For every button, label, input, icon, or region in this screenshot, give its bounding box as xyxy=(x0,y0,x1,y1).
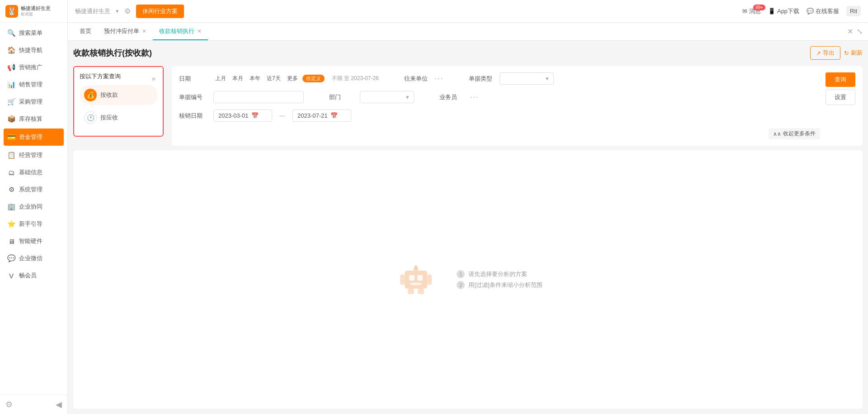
page-title: 收款核销执行(按收款) xyxy=(73,48,152,58)
writeoff-end-date[interactable]: 2023-07-21 📅 xyxy=(292,109,351,122)
page-content: 收款核销执行(按收款) ↗ 导出 ↻ 刷新 按以下方 xyxy=(68,41,868,414)
bill-type-arrow: ▾ xyxy=(546,75,549,82)
svg-rect-6 xyxy=(400,274,405,285)
export-icon: ↗ xyxy=(816,50,821,57)
bill-no-input[interactable] xyxy=(213,91,304,103)
topbar-dropdown-icon[interactable]: ▾ xyxy=(116,8,119,14)
sidebar-item-marketing[interactable]: 📢营销推广 xyxy=(0,59,67,76)
tab-expand-button[interactable]: ⤡ xyxy=(857,27,863,36)
tip-text-2: 用[过滤]条件来缩小分析范围 xyxy=(468,281,542,289)
bill-no-label: 单据编号 xyxy=(179,93,206,101)
sidebar-item-wechat[interactable]: 💬企业微信 xyxy=(0,250,67,267)
sidebar-label-wechat: 企业微信 xyxy=(19,254,42,262)
writeoff-start-value: 2023-03-01 xyxy=(218,112,249,119)
svg-rect-3 xyxy=(410,283,421,285)
staff-label: 业务员 xyxy=(439,93,467,101)
shortcut-7days[interactable]: 近7天 xyxy=(265,74,283,83)
app-icon: 📱 xyxy=(768,8,775,14)
sidebar-item-search[interactable]: 🔍搜索菜单 xyxy=(0,24,67,42)
page-header: 收款核销执行(按收款) ↗ 导出 ↻ 刷新 xyxy=(73,46,863,60)
tab-close-all-button[interactable]: ✕ xyxy=(847,27,853,36)
sidebar-label-sales: 销售管理 xyxy=(19,81,42,89)
tab-bar: 首页预付冲应付单✕收款核销执行✕ ✕ ⤡ xyxy=(68,23,868,41)
sidebar-settings-icon[interactable]: ⚙ xyxy=(5,400,13,409)
member-icon: V xyxy=(7,272,15,280)
date-shortcut-group: 上月 本月 本年 近7天 更多 自定义 xyxy=(213,74,325,83)
sidebar-label-member: 畅会员 xyxy=(19,271,37,280)
bill-type-label: 单据类型 xyxy=(469,75,496,83)
sidebar-item-hardware[interactable]: 🖥智能硬件 xyxy=(0,233,67,250)
receivable-label: 按应收 xyxy=(100,114,118,122)
svg-rect-7 xyxy=(427,274,432,285)
main-area: 畅捷通好生意 ▾ ⚙ 休闲行业方案 ✉ 消息 99+ 📱 App下载 💬 在线客… xyxy=(68,0,868,414)
solution-button[interactable]: 休闲行业方案 xyxy=(136,5,184,18)
tab-close-writeoff[interactable]: ✕ xyxy=(197,28,202,34)
bill-type-select[interactable]: ▾ xyxy=(500,72,554,85)
online-service-button[interactable]: 💬 在线客服 xyxy=(807,7,839,15)
calendar-icon: 📅 xyxy=(251,112,259,119)
filter-row-3: 核销日期 2023-03-01 📅 — 2023-07-21 📅 xyxy=(179,109,820,122)
tab-writeoff[interactable]: 收款核销执行✕ xyxy=(153,23,208,40)
refresh-button[interactable]: ↻ 刷新 xyxy=(844,46,863,60)
sidebar-label-basic: 基础信息 xyxy=(19,168,42,176)
shortcut-this-month[interactable]: 本月 xyxy=(231,74,245,83)
hardware-icon: 🖥 xyxy=(7,238,15,245)
empty-tip-1: 1 请先选择要分析的方案 xyxy=(457,270,542,278)
user-avatar[interactable]: Rit xyxy=(846,6,861,16)
search-icon: 🔍 xyxy=(7,29,15,37)
sidebar-label-guide: 新手引导 xyxy=(19,220,42,228)
sidebar-logo: 🐰 畅捷通好生意 标准版 xyxy=(0,0,67,23)
tab-home[interactable]: 首页 xyxy=(73,23,98,40)
dept-arrow: ▾ xyxy=(406,94,409,100)
filter-option-by-receivable[interactable]: 🕐 按应收 xyxy=(80,108,157,128)
shortcut-this-year[interactable]: 本年 xyxy=(248,74,262,83)
app-download-button[interactable]: 📱 App下载 xyxy=(768,7,799,15)
sidebar-item-ops[interactable]: 📋经营管理 xyxy=(0,147,67,164)
collapse-more-button[interactable]: ∧∧ 收起更多条件 xyxy=(769,128,820,139)
sidebar-menu: 🔍搜索菜单🏠快捷导航📢营销推广📊销售管理🛒采购管理📦库存核算💳资金管理📋经营管理… xyxy=(0,23,67,395)
empty-tip-2: 2 用[过滤]条件来缩小分析范围 xyxy=(457,281,542,289)
query-button[interactable]: 查询 xyxy=(826,72,855,87)
date-label: 日期 xyxy=(179,75,206,83)
shortcut-more[interactable]: 更多 xyxy=(285,74,300,83)
writeoff-start-date[interactable]: 2023-03-01 📅 xyxy=(213,109,272,122)
sidebar-item-shortcut[interactable]: 🏠快捷导航 xyxy=(0,42,67,59)
counterpart-input[interactable]: ··· xyxy=(435,75,443,83)
topbar-settings-icon[interactable]: ⚙ xyxy=(124,7,131,15)
shortcut-icon: 🏠 xyxy=(7,46,15,54)
dept-select[interactable]: ▾ xyxy=(360,91,414,103)
receipt-icon: 💰 xyxy=(84,89,97,101)
service-icon: 💬 xyxy=(807,8,814,14)
sidebar-item-member[interactable]: V畅会员 xyxy=(0,267,67,284)
sidebar-item-basic[interactable]: 🗂基础信息 xyxy=(0,164,67,181)
tab-prepay[interactable]: 预付冲应付单✕ xyxy=(98,23,153,40)
staff-input[interactable]: ··· xyxy=(470,93,479,101)
collapse-scheme-button[interactable]: » xyxy=(150,75,157,83)
filter-more-row: ∧∧ 收起更多条件 xyxy=(179,128,820,139)
collab-icon: 🏢 xyxy=(7,203,15,211)
message-badge: 99+ xyxy=(753,5,765,10)
sidebar-item-guide[interactable]: ⭐新手引导 xyxy=(0,215,67,233)
filter-row-2: 单据编号 部门 ▾ 业务员 xyxy=(179,91,820,103)
sidebar-item-purchase[interactable]: 🛒采购管理 xyxy=(0,93,67,110)
svg-rect-0 xyxy=(405,271,427,289)
sidebar-item-collab[interactable]: 🏢企业协同 xyxy=(0,198,67,215)
query-buttons: 查询 设置 xyxy=(826,72,855,105)
settings-button[interactable]: 设置 xyxy=(826,90,855,105)
export-button[interactable]: ↗ 导出 xyxy=(810,46,840,60)
message-icon: ✉ xyxy=(742,8,747,14)
tab-close-prepay[interactable]: ✕ xyxy=(142,28,146,34)
finance-icon: 💳 xyxy=(7,133,15,141)
sidebar-label-collab: 企业协同 xyxy=(19,203,42,211)
filter-option-by-receipt[interactable]: 💰 按收款 xyxy=(80,85,157,105)
tab-label-home: 首页 xyxy=(80,27,91,35)
sidebar-collapse-icon[interactable]: ◀ xyxy=(56,400,62,409)
sidebar-label-search: 搜索菜单 xyxy=(19,29,42,37)
message-button[interactable]: ✉ 消息 99+ xyxy=(742,7,761,15)
sidebar-item-finance[interactable]: 💳资金管理 xyxy=(4,128,64,146)
shortcut-last-month[interactable]: 上月 xyxy=(213,74,228,83)
sidebar-item-system[interactable]: ⚙系统管理 xyxy=(0,181,67,198)
sidebar-item-sales[interactable]: 📊销售管理 xyxy=(0,76,67,93)
filter-row-1: 日期 上月 本月 本年 近7天 更多 自定义 不限 至 2023-07-26 xyxy=(179,72,820,85)
sidebar-item-inventory[interactable]: 📦库存核算 xyxy=(0,110,67,128)
